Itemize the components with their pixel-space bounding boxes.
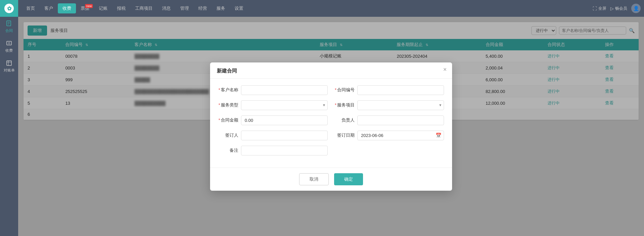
responsible-input[interactable] [357,115,444,125]
signer-label: 签订人 [218,132,238,138]
form-group-responsible: 负责人 [334,115,444,125]
form-group-contract-no: *合同编号 [334,85,444,95]
notes-label: 备注 [218,147,238,153]
income-icon [6,40,12,47]
form-row-4: 签订人 签订日期 📅 [218,131,444,140]
svg-rect-6 [7,61,11,65]
form-group-amount: *合同金额 [218,115,328,125]
top-nav: 首页 客户 收费 票据 new 记账 报税 工商项目 消息 管理 经营 服务 设… [18,0,644,17]
nav-item-business[interactable]: 工商项目 [130,3,157,13]
sidebar-item-income[interactable]: 收费 [0,37,18,56]
service-type-label: *服务类型 [218,102,238,108]
responsible-label: 负责人 [334,117,355,123]
sidebar-item-label: 合同 [5,28,13,33]
form-group-service-item: *服务项目 [334,100,444,110]
modal-body: *客户名称 *合同编号 [210,79,452,168]
member-button[interactable]: ▷ 畅会员 [610,6,627,11]
contract-icon [6,20,12,27]
new-badge: new [85,4,93,8]
modal-title: 新建合同 [210,62,452,79]
nav-item-ticket[interactable]: 票据 new [76,3,94,13]
calendar-icon[interactable]: 📅 [436,133,441,138]
fullscreen-button[interactable]: ⛶ 全屏 [593,6,606,11]
form-group-sign-date: 签订日期 📅 [334,131,444,140]
service-type-select-wrapper [241,100,328,110]
nav-item-tax[interactable]: 报税 [112,3,130,13]
modal-close-button[interactable]: × [443,66,447,73]
reconcile-icon [6,60,12,66]
form-group-service-type: *服务类型 [218,100,328,110]
content-area: 新增 服务项目 进行中 已完成 已终止 🔍 序号 [18,17,644,236]
svg-point-5 [8,42,10,44]
sidebar-item-label: 收费 [5,48,13,53]
service-item-select-wrapper [357,100,444,110]
app-logo-icon: ✿ [4,4,14,13]
new-contract-modal: 新建合同 × *客户名称 *合同编号 [210,62,452,191]
signer-input[interactable] [241,131,328,140]
nav-item-home[interactable]: 首页 [22,3,40,13]
contract-no-label: *合同编号 [334,87,355,93]
fullscreen-icon: ⛶ [593,6,597,11]
customer-name-label: *客户名称 [218,87,238,93]
svg-rect-4 [7,41,11,45]
required-star: * [218,87,220,92]
sign-date-wrapper: 📅 [357,131,444,140]
form-row-1: *客户名称 *合同编号 [218,85,444,95]
sidebar-item-reconcile[interactable]: 对账单 [0,56,18,76]
topnav-right: ⛶ 全屏 ▷ 畅会员 👤 [593,4,641,13]
sidebar: ✿ 合同 收费 对账单 [0,0,18,236]
sign-date-label: 签订日期 [334,132,355,138]
service-item-label: *服务项目 [334,102,355,108]
nav-item-manage[interactable]: 管理 [175,3,194,13]
form-row-3: *合同金额 负责人 [218,115,444,125]
modal-overlay: 新建合同 × *客户名称 *合同编号 [18,17,644,236]
form-row-2: *服务类型 *服务项目 [218,100,444,110]
nav-item-accounting[interactable]: 记账 [94,3,112,13]
sidebar-item-label: 对账单 [4,68,15,73]
nav-item-service[interactable]: 服务 [212,3,230,13]
amount-input[interactable] [241,115,328,125]
nav-item-settings[interactable]: 设置 [230,3,248,13]
required-star: * [335,87,336,92]
required-star: * [218,117,220,123]
customer-name-input[interactable] [241,85,328,95]
sidebar-logo[interactable]: ✿ [0,0,18,17]
form-group-signer: 签订人 [218,131,328,140]
form-group-customer: *客户名称 [218,85,328,95]
notes-input[interactable] [241,146,328,155]
nav-item-income[interactable]: 收费 [58,3,76,13]
cancel-button[interactable]: 取消 [299,173,329,185]
sidebar-item-contract[interactable]: 合同 [0,17,18,37]
amount-label: *合同金额 [218,117,238,123]
avatar-icon: 👤 [633,6,639,11]
service-type-select[interactable] [241,100,328,110]
contract-no-input[interactable] [357,85,444,95]
sign-date-input[interactable] [357,131,444,140]
user-avatar[interactable]: 👤 [631,4,641,13]
form-row-5: 备注 [218,146,444,155]
confirm-button[interactable]: 确定 [334,173,363,185]
required-star: * [218,102,220,107]
form-group-notes: 备注 [218,146,328,155]
service-item-select[interactable] [357,100,444,110]
main-wrap: 首页 客户 收费 票据 new 记账 报税 工商项目 消息 管理 经营 服务 设… [18,0,644,236]
nav-item-message[interactable]: 消息 [157,3,175,13]
modal-footer: 取消 确定 [210,168,452,191]
required-star: * [335,102,336,107]
nav-item-operation[interactable]: 经营 [194,3,212,13]
nav-item-customer[interactable]: 客户 [40,3,58,13]
member-icon: ▷ [610,6,614,11]
